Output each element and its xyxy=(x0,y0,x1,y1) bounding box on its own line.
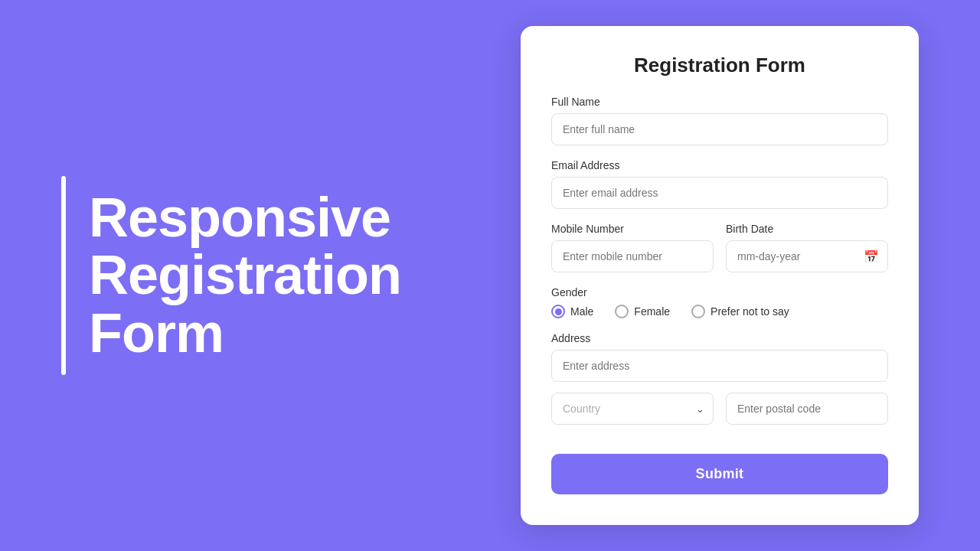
gender-female-option[interactable]: Female xyxy=(615,305,670,318)
mobile-birthdate-row: Mobile Number Birth Date 📅 xyxy=(551,223,888,286)
radio-female-circle xyxy=(615,305,629,318)
country-select-wrapper: Country United States United Kingdom Can… xyxy=(551,393,714,425)
address-group: Address Country United States United Kin… xyxy=(551,332,888,425)
gender-options: Male Female Prefer not to say xyxy=(551,305,888,318)
country-select[interactable]: Country United States United Kingdom Can… xyxy=(551,393,714,425)
form-card: Registration Form Full Name Email Addres… xyxy=(521,26,919,525)
full-name-label: Full Name xyxy=(551,96,888,108)
submit-button[interactable]: Submit xyxy=(551,454,888,494)
birth-date-label: Birth Date xyxy=(726,223,888,235)
gender-male-option[interactable]: Male xyxy=(551,305,593,318)
date-wrapper: 📅 xyxy=(726,240,888,272)
email-group: Email Address xyxy=(551,159,888,209)
mobile-group: Mobile Number xyxy=(551,223,714,272)
email-label: Email Address xyxy=(551,159,888,171)
birth-date-input[interactable] xyxy=(726,240,888,272)
gender-male-label: Male xyxy=(570,305,593,318)
left-panel: Responsive Registration Form xyxy=(0,130,475,421)
hero-heading: Responsive Registration Form xyxy=(89,189,429,363)
email-input[interactable] xyxy=(551,177,888,209)
gender-label: Gender xyxy=(551,286,888,298)
mobile-input[interactable] xyxy=(551,240,714,272)
radio-male-dot xyxy=(555,308,562,315)
gender-group: Gender Male Female Prefer not to say xyxy=(551,286,888,318)
full-name-group: Full Name xyxy=(551,96,888,145)
gender-female-label: Female xyxy=(634,305,670,318)
gender-prefer-not-label: Prefer not to say xyxy=(710,305,789,318)
full-name-input[interactable] xyxy=(551,113,888,145)
address-bottom-row: Country United States United Kingdom Can… xyxy=(551,393,888,425)
radio-male-circle xyxy=(551,305,565,318)
address-input[interactable] xyxy=(551,350,888,382)
right-panel: Registration Form Full Name Email Addres… xyxy=(475,11,980,540)
postal-code-wrapper xyxy=(726,393,888,425)
mobile-label: Mobile Number xyxy=(551,223,714,235)
address-label: Address xyxy=(551,332,888,344)
birth-date-group: Birth Date 📅 xyxy=(726,223,888,272)
radio-prefer-not-circle xyxy=(691,305,705,318)
postal-code-input[interactable] xyxy=(726,393,888,425)
gender-prefer-not-option[interactable]: Prefer not to say xyxy=(691,305,789,318)
left-border-decoration xyxy=(61,176,66,375)
form-title: Registration Form xyxy=(551,54,888,77)
